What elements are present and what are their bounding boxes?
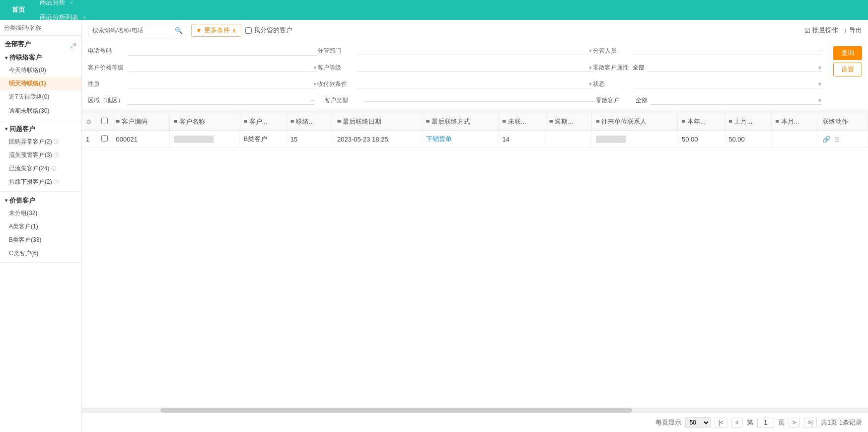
last-contact-method-link[interactable]: 下销货单	[426, 135, 452, 143]
sidebar-group-title-2[interactable]: ▾价值客户	[0, 194, 81, 207]
filter-manager-label: 分管人员	[593, 47, 633, 55]
sidebar-item-2-0[interactable]: 未分组(32)	[0, 207, 81, 220]
sidebar-item-2-3[interactable]: C类客户(6)	[0, 247, 81, 260]
sidebar-search-input[interactable]	[4, 24, 78, 31]
filter-dept-field: 分管部门 ▼	[317, 47, 593, 55]
per-page-label: 每页显示	[655, 418, 681, 427]
filter-payment-select[interactable]: ▼	[357, 80, 593, 88]
info-icon[interactable]: ⓘ	[51, 166, 56, 171]
th-code: ≡ 客户编码	[112, 113, 169, 131]
page-label: 第	[747, 418, 753, 427]
filter-nature-select[interactable]: ▼	[128, 80, 317, 88]
nav-home-label: 首页	[12, 5, 25, 14]
all-customers-header[interactable]: 全部客户 «	[0, 36, 81, 51]
th-last-month: ≡ 上月...	[724, 113, 771, 131]
my-customers-check[interactable]: 我分管的客户	[245, 26, 292, 35]
filter-area-field: 区域（地区） ···	[88, 96, 314, 105]
nav-close-icon[interactable]: ×	[83, 14, 86, 20]
nav-home[interactable]: 首页	[5, 2, 32, 17]
filter-phone-field: 电话号码	[88, 46, 317, 56]
first-page-btn[interactable]: |<	[715, 418, 727, 428]
nav-item-商品分析[interactable]: 商品分析×	[33, 0, 93, 10]
filter-manager-select[interactable]: ···	[633, 47, 822, 55]
td-overdue	[545, 131, 591, 148]
td-last-date: 2023-05-23 18:25:	[333, 131, 422, 148]
filter-retail-attr-select[interactable]: ▼	[647, 64, 822, 72]
export-btn[interactable]: ↑ 导出	[844, 26, 863, 35]
batch-op-btn[interactable]: ☑ 批量操作	[804, 26, 838, 35]
table-header-row: ⚙ ≡ 客户编码 ≡ 客户名称 ≡ 客户... ≡ 联络... ≡ 最后联络日期…	[82, 113, 868, 131]
filter-area-select[interactable]: ···	[128, 96, 314, 105]
query-btn[interactable]: 查询	[833, 46, 862, 60]
filter-arrow: ∧	[232, 27, 237, 34]
filter-status-select[interactable]: ▼	[633, 80, 822, 88]
sidebar-item-0-0[interactable]: 今天待联络(0)	[0, 64, 81, 77]
td-last-method: 下销货单	[422, 131, 498, 148]
sidebar-group-title-0[interactable]: ▾待联络客户	[0, 51, 81, 64]
last-page-btn[interactable]: >|	[804, 418, 817, 428]
td-contacts: 15	[286, 131, 333, 148]
filter-customer-type-select[interactable]	[364, 99, 596, 102]
sidebar-item-1-2[interactable]: 已流失客户(24) ⓘ	[0, 162, 81, 175]
info-icon[interactable]: ⓘ	[54, 179, 59, 185]
th-code-label: ≡ 客户编码	[116, 118, 147, 125]
search-input[interactable]	[92, 27, 172, 34]
th-this-year-label: ≡ 本年...	[682, 118, 706, 125]
sidebar-item-2-1[interactable]: A类客户(1)	[0, 220, 81, 233]
th-last-date-label: ≡ 最后联络日期	[337, 118, 381, 125]
td-checkbox	[97, 131, 112, 148]
row-checkbox[interactable]	[101, 135, 108, 142]
nav-close-icon[interactable]: ×	[70, 0, 73, 5]
nav-close-icon[interactable]: ×	[70, 44, 73, 50]
filter-btn-label: 更多条件	[204, 26, 230, 35]
sidebar-item-1-0[interactable]: 回购异常客户(2) ⓘ	[0, 135, 81, 148]
action-icon-1[interactable]: 🔗	[822, 136, 830, 143]
filter-row-2: 客户价格等级 ▼ 客户等级 ▼ 零散客户属性	[88, 64, 822, 72]
unit-contact-name	[596, 136, 626, 143]
info-icon[interactable]: ⓘ	[54, 152, 59, 158]
collapse-icon[interactable]: «	[73, 41, 76, 48]
prev-page-btn[interactable]: <	[731, 418, 743, 428]
sidebar-group-title-1[interactable]: ▾问题客户	[0, 122, 81, 135]
my-customers-checkbox[interactable]	[245, 27, 252, 34]
th-name: ≡ 客户名称	[169, 113, 239, 131]
batch-op-label: 批量操作	[812, 26, 838, 35]
sidebar-item-1-3[interactable]: 持续下滑客户(2) ⓘ	[0, 175, 81, 189]
filter-nature-field: 性质 ▼	[88, 80, 317, 88]
group-label-2: 价值客户	[9, 196, 35, 205]
filter-phone-input[interactable]	[128, 46, 317, 56]
th-checkbox	[97, 113, 112, 131]
search-icon[interactable]: 🔍	[175, 27, 183, 34]
filter-retail-attr-label: 零散客户属性	[593, 64, 633, 72]
filter-price-level-label: 客户价格等级	[88, 64, 128, 72]
th-last-method: ≡ 最后联络方式	[422, 113, 498, 131]
filter-dept-select[interactable]: ▼	[357, 47, 593, 55]
action-icon-2[interactable]: ⊞	[834, 136, 840, 143]
sidebar-item-0-1[interactable]: 明天待联络(1)	[0, 77, 81, 90]
sidebar-item-0-2[interactable]: 近7天待联络(0)	[0, 90, 81, 104]
set-btn[interactable]: 设置	[833, 63, 862, 76]
sidebar-item-1-1[interactable]: 流失预警客户(3) ⓘ	[0, 148, 81, 162]
page-size-select[interactable]: 50 20 100	[685, 417, 711, 428]
filter-customer-level-field: 客户等级 ▼	[317, 64, 593, 72]
filter-customer-level-select[interactable]: ▼	[357, 64, 593, 72]
select-all-checkbox[interactable]	[101, 118, 108, 124]
next-page-btn[interactable]: >	[789, 418, 800, 428]
filter-icon: ▼	[196, 27, 202, 34]
page-input[interactable]	[757, 418, 774, 428]
filter-panel: 电话号码 分管部门 ▼ 分管人员 ···	[82, 41, 868, 110]
table-settings-icon[interactable]: ⚙	[86, 118, 92, 126]
info-icon[interactable]: ⓘ	[54, 139, 59, 144]
my-customers-label: 我分管的客户	[254, 26, 292, 35]
td-not-contacted: 14	[498, 131, 545, 148]
search-input-wrap: 🔍	[88, 25, 187, 36]
sidebar-item-0-3[interactable]: 逾期未联络(30)	[0, 104, 81, 118]
sidebar-item-2-2[interactable]: B类客户(33)	[0, 233, 81, 247]
filter-more-btn[interactable]: ▼ 更多条件 ∧	[191, 24, 241, 37]
th-contacts: ≡ 联络...	[286, 113, 333, 131]
filter-price-level-select[interactable]: ▼	[128, 64, 317, 72]
scrollbar-thumb[interactable]	[160, 408, 632, 413]
filter-retail-customer-select[interactable]: ▼	[650, 97, 822, 105]
nav-close-icon[interactable]: ×	[83, 29, 86, 35]
horizontal-scrollbar[interactable]	[82, 408, 868, 413]
